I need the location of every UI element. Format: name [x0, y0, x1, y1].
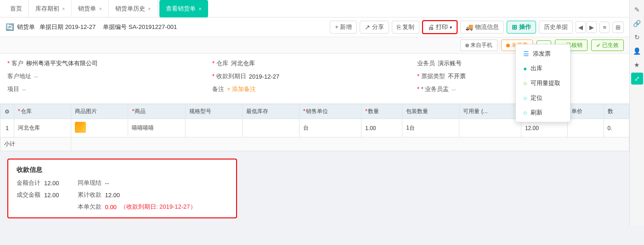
row-spec	[185, 119, 242, 137]
row-pack-qty: 1台	[402, 119, 459, 137]
customer-label: 客户	[7, 59, 23, 68]
close-sales-history[interactable]: ×	[148, 6, 151, 11]
col-min-stock: 最低库存	[242, 104, 299, 119]
payment-date-value: 2019-12-27	[249, 73, 280, 80]
sidebar-edit-icon[interactable]: ✎	[631, 4, 643, 16]
deal-amount-row: 成交金额 12.00	[17, 191, 59, 199]
tab-check-sales[interactable]: 查看销货单 ×	[159, 0, 208, 17]
print-icon: 🖨	[428, 23, 434, 31]
print-dropdown-arrow[interactable]: ▾	[450, 25, 452, 30]
effective-icon: ✔	[596, 42, 601, 49]
copy-icon: ⎘	[397, 23, 401, 31]
bottom-area: 收款信息 金额合计 12.00 成交金额 12.00	[0, 151, 629, 226]
tab-sales-order[interactable]: 销货单 ×	[72, 0, 108, 17]
col-available: 可用量 (...	[459, 104, 521, 119]
row-sales-unit: 台	[299, 119, 362, 137]
logistics-button[interactable]: 🚚 物流信息	[460, 21, 504, 34]
col-product: *商品	[128, 104, 185, 119]
ops-button[interactable]: ⊞ 操作	[507, 21, 536, 34]
arrears-label: 本单欠款	[78, 203, 102, 211]
subtotal-label: 小计	[0, 137, 71, 151]
sidebar-expand-icon[interactable]: ⤢	[631, 73, 643, 85]
payment-date-label: 收款到期日	[212, 72, 246, 80]
close-check-sales[interactable]: ×	[198, 6, 201, 11]
customer-value: 柳州粤港平安气体有限公司	[26, 59, 98, 68]
row-no: 1	[0, 119, 14, 137]
close-sales-order[interactable]: ×	[99, 6, 102, 11]
deal-amount-value: 12.00	[44, 192, 59, 199]
same-order-value: --	[105, 180, 109, 187]
col-warehouse: *仓库	[14, 104, 71, 119]
tab-sales-history[interactable]: 销货单历史 ×	[109, 0, 158, 17]
locate-label: 定位	[531, 94, 542, 102]
sidebar-user-icon[interactable]: 👤	[631, 45, 643, 57]
dropdown-outbound[interactable]: ● 出库	[516, 61, 570, 76]
list-view-button[interactable]: ≡	[599, 22, 610, 33]
new-button[interactable]: + 新增	[330, 21, 357, 34]
staff-label: 业务员	[417, 59, 435, 68]
effective-badge[interactable]: ✔ 已生效	[591, 40, 624, 51]
payment-info-card: 收款信息 金额合计 12.00 成交金额 12.00	[7, 159, 237, 218]
print-button[interactable]: 🖨 打印 ▾	[422, 20, 458, 34]
payment-info-grid: 金额合计 12.00 成交金额 12.00 同单现结 --	[17, 179, 228, 211]
grid-view-button[interactable]: ⊞	[612, 22, 624, 33]
row-quantity: 1.00	[362, 119, 402, 137]
toolbar-left: 🔄 销货单 单据日期 2019-12-27 单据编号 SA-20191227-0…	[6, 23, 327, 31]
col-product-img: 商品图片	[71, 104, 128, 119]
tab-home[interactable]: 首页	[4, 0, 29, 17]
col-gear[interactable]: ⚙	[0, 104, 14, 119]
sidebar-refresh-icon[interactable]: ↻	[631, 31, 643, 43]
history-button[interactable]: 历史单据	[539, 21, 573, 34]
row-unit-price	[568, 119, 604, 137]
not-open-dot	[506, 44, 510, 47]
from-phone-dot	[465, 44, 469, 47]
col-quantity: *数量	[362, 104, 402, 119]
doc-type-label: 销货单	[17, 23, 35, 31]
row-available	[459, 119, 521, 137]
dropdown-available-qty[interactable]: ○ 可用量提取	[516, 76, 570, 91]
close-inventory-init[interactable]: ×	[62, 6, 65, 11]
same-order-label: 同单现结	[78, 179, 102, 187]
doc-title: 🔄 销货单	[6, 23, 35, 31]
sidebar-link-icon[interactable]: 🔗	[631, 17, 643, 29]
ticket-type-label: 票据类型	[417, 72, 445, 80]
ops-dropdown-menu: ☰ 添发票 ● 出库 ○ 可用量提取 ○ 定位 ○ 刷新	[515, 44, 571, 122]
address-field: 客户地址 --	[7, 72, 212, 80]
payment-col-2: 同单现结 -- 累计收款 12.00 本单欠款 0.00 （收款到期日: 201…	[78, 179, 196, 211]
payment-col-1: 金额合计 12.00 成交金额 12.00	[17, 179, 59, 211]
doc-meta: 单据日期 2019-12-27 单据编号 SA-20191227-001	[40, 23, 177, 31]
cumulative-label: 累计收款	[78, 191, 102, 199]
row-amount: 0.	[604, 119, 629, 137]
prev-button[interactable]: ◀	[576, 21, 586, 33]
tab-inventory-init[interactable]: 库存期初 ×	[29, 0, 72, 17]
nav-arrows: ◀ ▶	[576, 21, 597, 33]
address-value: --	[34, 73, 38, 80]
dropdown-add-invoice[interactable]: ☰ 添发票	[516, 46, 570, 61]
sidebar-star-icon[interactable]: ★	[631, 59, 643, 71]
copy-button[interactable]: ⎘ 复制	[392, 21, 419, 34]
toolbar-right: + 新增 ↗ 分享 ⎘ 复制 🖨 打印 ▾ 🚚 物流信息	[330, 20, 624, 34]
share-icon: ↗	[365, 23, 370, 31]
right-sidebar: ✎ 🔗 ↻ 👤 ★ ⤢	[629, 0, 644, 226]
from-phone-button[interactable]: 来自手机	[460, 40, 497, 51]
warehouse-label: 仓库	[212, 59, 228, 68]
share-button[interactable]: ↗ 分享	[360, 21, 389, 34]
available-qty-icon: ○	[523, 80, 527, 87]
doc-no-label: 单据编号 SA-20191227-001	[103, 23, 177, 31]
next-button[interactable]: ▶	[587, 21, 597, 33]
logistics-icon: 🚚	[465, 23, 473, 31]
col-pack-qty: 包装数量	[402, 104, 459, 119]
total-amount-row: 金额合计 12.00	[17, 179, 59, 187]
cumulative-value: 12.00	[105, 192, 120, 199]
sales-staff-value: --	[452, 86, 456, 93]
dropdown-refresh[interactable]: ○ 刷新	[516, 105, 570, 120]
sales-staff-label: * 业务员盂	[417, 85, 449, 93]
add-invoice-label: 添发票	[533, 50, 551, 58]
dropdown-locate[interactable]: ○ 定位	[516, 91, 570, 105]
project-field: 项目 --	[7, 85, 212, 93]
refresh-icon: ○	[523, 109, 527, 116]
address-label: 客户地址	[7, 72, 31, 80]
same-order-row: 同单现结 --	[78, 179, 196, 187]
add-note-button[interactable]: + 添加备注	[227, 85, 256, 93]
payment-date-field: 收款到期日 2019-12-27	[212, 72, 417, 80]
